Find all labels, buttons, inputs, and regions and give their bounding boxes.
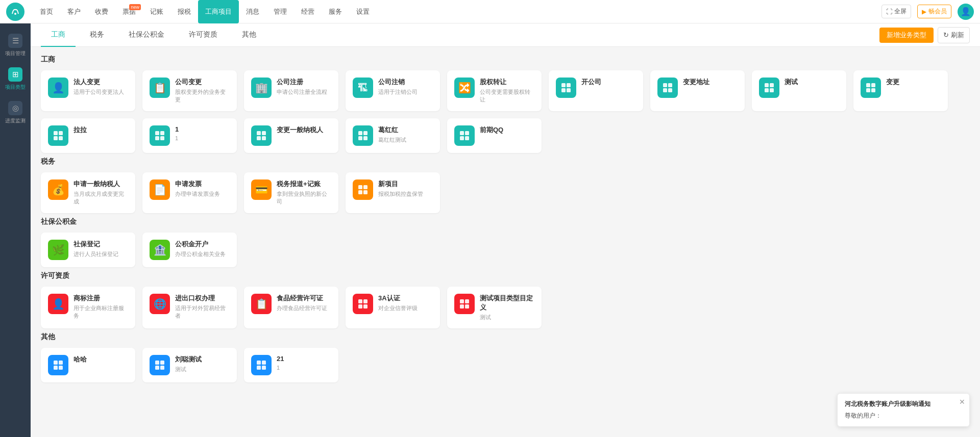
section-title-qita: 其他 [41, 332, 970, 342]
fullscreen-button[interactable]: ⛶ 全屏 [881, 5, 911, 18]
card-icon-import-export: 🌐 [150, 294, 170, 314]
tab-qita[interactable]: 其他 [232, 23, 266, 47]
card-trademark[interactable]: 👤商标注册用于企业商标注册服务 [41, 287, 135, 328]
card-info-apply-invoice: 申请发票办理申请发票业务 [175, 179, 230, 198]
card-legal-change[interactable]: 👤法人变更适用于公司变更法人 [41, 70, 135, 111]
card-icon-change2 [861, 78, 881, 98]
card-name-ge-honghong: 葛红红 [378, 125, 433, 135]
nav-item-home[interactable]: 首页 [33, 0, 60, 23]
svg-rect-11 [770, 83, 774, 87]
card-equity-transfer[interactable]: 🔀股权转让公司变更需要股权转让 [447, 70, 542, 111]
svg-rect-36 [460, 136, 464, 140]
section-title-shuiwu: 税务 [41, 157, 970, 166]
card-company-cancel[interactable]: 🏗公司注销适用于注销公司 [346, 70, 440, 111]
nav-item-settings[interactable]: 设置 [349, 0, 377, 23]
card-name-food-license: 食品经营许可证 [277, 294, 331, 303]
card-3a-cert[interactable]: 3A认证对企业信誉评级 [346, 287, 440, 328]
card-name-legal-change: 法人变更 [74, 78, 128, 87]
avatar[interactable]: 👤 [958, 4, 974, 20]
tab-gongshang[interactable]: 工商 [41, 23, 76, 47]
section-title-shebao: 社保公积金 [41, 217, 970, 226]
new-type-button[interactable]: 新增业务类型 [879, 28, 934, 43]
sidebar-label-project-type: 项目类型 [5, 84, 26, 91]
svg-rect-51 [59, 361, 63, 365]
sidebar-item-project-type[interactable]: ⊞ 项目类型 [0, 62, 31, 96]
nav-item-bizproject[interactable]: 工商项目 [198, 0, 239, 23]
card-desc-num21: 1 [277, 364, 331, 372]
card-num1[interactable]: 11 [142, 118, 237, 153]
nav-item-service[interactable]: 服务 [322, 0, 349, 23]
svg-rect-54 [155, 361, 159, 365]
svg-rect-28 [257, 136, 261, 140]
card-qianqi-qq[interactable]: 前期QQ [447, 118, 542, 153]
card-import-export[interactable]: 🌐进出口权办理适用于对外贸易经营者 [142, 287, 237, 328]
svg-rect-21 [59, 136, 63, 140]
svg-rect-60 [257, 366, 261, 370]
card-info-apply-taxpayer: 申请一般纳税人当月或次月成变更完成 [74, 179, 128, 206]
card-social-insurance[interactable]: 🌿社保登记进行人员社保登记 [41, 233, 135, 267]
card-icon-company-change: 📋 [150, 78, 170, 98]
nav-item-billing[interactable]: 收费 [88, 0, 115, 23]
card-apply-taxpayer[interactable]: 💰申请一般纳税人当月或次月成变更完成 [41, 172, 135, 213]
sidebar-icon-progress-monitor: ◎ [8, 101, 22, 115]
card-change-taxpayer[interactable]: 变更一般纳税人 [244, 118, 338, 153]
nav-item-tax[interactable]: 报税 [170, 0, 198, 23]
svg-rect-33 [363, 136, 368, 140]
svg-rect-61 [262, 366, 266, 370]
card-food-license[interactable]: 📋食品经营许可证办理食品经营许可证 [244, 287, 338, 328]
notification-popup: ✕ 河北税务数字账户升级影响通知 尊敬的用户： [837, 393, 970, 427]
card-company-reg[interactable]: 🏢公司注册申请公司注册全流程 [244, 70, 338, 111]
tab-shuiwu[interactable]: 税务 [80, 23, 114, 47]
tab-bar: 工商税务社保公积金许可资质其他 新增业务类型 ↻ 刷新 [31, 23, 980, 47]
card-icon-open-company [556, 78, 576, 98]
card-desc-legal-change: 适用于公司变更法人 [74, 88, 128, 96]
nav-item-operation[interactable]: 经营 [294, 0, 322, 23]
sidebar-item-project-manage[interactable]: ☰ 项目管理 [0, 29, 31, 62]
card-desc-ge-honghong: 葛红红测试 [378, 136, 433, 144]
card-open-company[interactable]: 开公司 [549, 70, 643, 111]
card-test-type[interactable]: 测试项目类型目定义测试 [447, 287, 542, 328]
sidebar-item-progress-monitor[interactable]: ◎ 进度监测 [0, 96, 31, 130]
nav-item-clients[interactable]: 客户 [60, 0, 88, 23]
card-apply-invoice[interactable]: 📄申请发票办理申请发票业务 [142, 172, 237, 213]
vip-button[interactable]: ▶ 畅会员 [917, 5, 951, 18]
card-ha-ha[interactable]: 哈哈 [41, 348, 135, 382]
card-icon-qianqi-qq [454, 125, 475, 146]
svg-rect-55 [160, 361, 164, 365]
svg-rect-41 [363, 190, 368, 194]
nav-item-tickets[interactable]: 票据new [115, 0, 143, 23]
card-change2[interactable]: 变更 [853, 70, 948, 111]
svg-rect-48 [460, 304, 464, 309]
card-ge-honghong[interactable]: 葛红红葛红红测试 [346, 118, 440, 153]
card-housing-fund[interactable]: 🏦公积金开户办理公积金相关业务 [142, 233, 237, 267]
svg-rect-31 [363, 131, 368, 135]
card-new-project[interactable]: 新项目报税加税控盘保管 [346, 172, 440, 213]
card-change-address[interactable]: 变更地址 [650, 70, 745, 111]
card-company-change[interactable]: 📋公司变更股权变更外的业务变更 [142, 70, 237, 111]
card-test[interactable]: 测试 [752, 70, 846, 111]
nav-item-accounting[interactable]: 记账 [143, 0, 170, 23]
card-name-num1: 1 [175, 125, 230, 133]
card-liu-ce-test[interactable]: 刘聪测试测试 [142, 348, 237, 382]
card-info-food-license: 食品经营许可证办理食品经营许可证 [277, 294, 331, 312]
nav-item-manage[interactable]: 管理 [266, 0, 294, 23]
card-info-lala: 拉拉 [74, 125, 128, 136]
card-icon-ge-honghong [353, 125, 373, 146]
card-name-company-reg: 公司注册 [277, 78, 331, 87]
top-nav: 首页客户收费票据new记账报税工商项目消息管理经营服务设置 ⛶ 全屏 ▶ 畅会员… [0, 0, 980, 23]
tab-shebao[interactable]: 社保公积金 [118, 23, 175, 47]
card-info-change2: 变更 [886, 78, 941, 88]
tab-xuke[interactable]: 许可资质 [179, 23, 228, 47]
top-right: ⛶ 全屏 ▶ 畅会员 👤 [881, 4, 974, 20]
nav-item-message[interactable]: 消息 [239, 0, 266, 23]
card-name-num21: 21 [277, 355, 331, 363]
card-lala[interactable]: 拉拉 [41, 118, 135, 153]
sidebar: ☰ 项目管理 ⊞ 项目类型 ◎ 进度监测 [0, 23, 31, 437]
card-num21[interactable]: 211 [244, 348, 338, 382]
refresh-button[interactable]: ↻ 刷新 [938, 27, 970, 43]
notification-close-button[interactable]: ✕ [959, 398, 965, 406]
card-info-housing-fund: 公积金开户办理公积金相关业务 [175, 240, 230, 258]
section-title-xuke: 许可资质 [41, 271, 970, 280]
card-name-change2: 变更 [886, 78, 941, 87]
card-tax-report-account[interactable]: 💳税务报道+记账拿到营业执照的新公司 [244, 172, 338, 213]
